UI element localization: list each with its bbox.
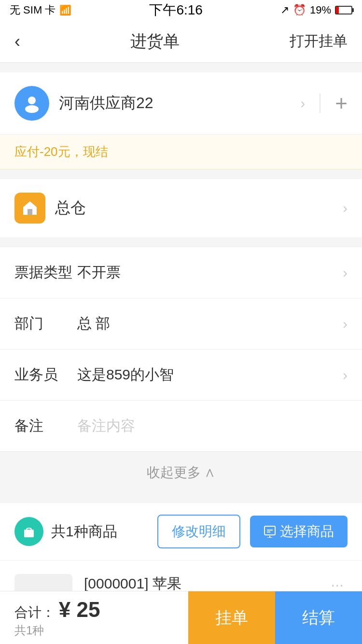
gap-1 xyxy=(0,63,362,72)
svg-rect-3 xyxy=(24,530,34,537)
status-left: 无 SIM 卡 📶 xyxy=(10,3,71,17)
product-count: 共1种商品 xyxy=(51,522,157,542)
remark-row[interactable]: 备注 备注内容 xyxy=(0,400,362,451)
warning-banner: 应付-20元，现结 xyxy=(0,135,362,169)
total-section: 合计： ¥ 25 共1种 xyxy=(0,598,188,638)
total-amount: ¥ 25 xyxy=(59,598,100,621)
warehouse-row[interactable]: 总仓 › xyxy=(0,179,362,237)
remark-input[interactable]: 备注内容 xyxy=(77,416,348,436)
warning-text: 应付-20元，现结 xyxy=(14,144,108,159)
svg-rect-2 xyxy=(28,209,32,215)
warehouse-section: 总仓 › xyxy=(0,179,362,237)
select-product-button[interactable]: 选择商品 xyxy=(250,516,348,547)
alarm-icon: ⏰ xyxy=(293,4,306,16)
house-icon xyxy=(21,199,39,217)
shopping-bag-icon xyxy=(21,524,37,539)
invoice-type-arrow: › xyxy=(343,265,348,281)
warehouse-icon xyxy=(14,193,45,224)
salesman-row[interactable]: 业务员 这是859的小智 › xyxy=(0,349,362,400)
status-right: ↗ ⏰ 19% xyxy=(280,4,352,16)
supplier-name: 河南供应商22 xyxy=(59,93,300,114)
product-header: 共1种商品 修改明细 选择商品 xyxy=(0,503,362,560)
edit-detail-button[interactable]: 修改明细 xyxy=(157,515,240,548)
department-value: 总 部 xyxy=(77,314,343,334)
select-product-icon xyxy=(264,525,276,538)
total-count: 共1种 xyxy=(14,623,174,638)
svg-point-0 xyxy=(28,97,36,104)
add-supplier-button[interactable]: + xyxy=(335,91,348,115)
select-product-label: 选择商品 xyxy=(280,522,334,541)
collapse-button[interactable]: 收起更多 ∧ xyxy=(0,451,362,493)
salesman-value: 这是859的小智 xyxy=(77,365,343,385)
remark-label: 备注 xyxy=(14,416,77,436)
battery-percent: 19% xyxy=(310,4,331,16)
supplier-section: 河南供应商22 › + 应付-20元，现结 xyxy=(0,72,362,169)
invoice-type-value: 不开票 xyxy=(77,263,343,282)
status-bar: 无 SIM 卡 📶 下午6:16 ↗ ⏰ 19% xyxy=(0,0,362,20)
person-icon xyxy=(22,94,42,113)
department-label: 部门 xyxy=(14,314,77,334)
total-label: 合计： xyxy=(14,605,55,620)
battery-icon xyxy=(335,6,352,14)
back-button[interactable]: ‹ xyxy=(14,31,20,52)
department-row[interactable]: 部门 总 部 › xyxy=(0,298,362,349)
wifi-icon: 📶 xyxy=(59,4,71,16)
hang-button[interactable]: 挂单 xyxy=(188,591,275,644)
location-icon: ↗ xyxy=(280,4,289,16)
checkout-button[interactable]: 结算 xyxy=(275,591,362,644)
product-icon-circle xyxy=(14,517,43,546)
salesman-arrow: › xyxy=(343,367,348,383)
status-time: 下午6:16 xyxy=(149,1,203,19)
carrier-text: 无 SIM 卡 xyxy=(10,3,56,17)
gap-4 xyxy=(0,493,362,503)
invoice-type-row[interactable]: 票据类型 不开票 › xyxy=(0,247,362,298)
product-id: [0000001] xyxy=(84,575,148,591)
supplier-arrow-icon: › xyxy=(300,95,305,112)
open-hang-button[interactable]: 打开挂单 xyxy=(290,31,348,51)
supplier-divider xyxy=(320,94,320,113)
warehouse-arrow-icon: › xyxy=(343,200,348,216)
warehouse-name: 总仓 xyxy=(55,197,343,219)
supplier-avatar xyxy=(14,86,49,121)
nav-bar: ‹ 进货单 打开挂单 xyxy=(0,20,362,63)
department-arrow: › xyxy=(343,316,348,332)
invoice-type-label: 票据类型 xyxy=(14,263,77,282)
gap-3 xyxy=(0,237,362,247)
gap-2 xyxy=(0,169,362,179)
bottom-bar: 合计： ¥ 25 共1种 挂单 结算 xyxy=(0,591,362,644)
supplier-row[interactable]: 河南供应商22 › + xyxy=(0,72,362,135)
battery-fill xyxy=(336,7,339,14)
product-title: 苹果 xyxy=(153,575,181,591)
svg-point-1 xyxy=(25,105,39,113)
form-section: 票据类型 不开票 › 部门 总 部 › 业务员 这是859的小智 › 备注 备注… xyxy=(0,247,362,493)
salesman-label: 业务员 xyxy=(14,365,77,385)
page-title: 进货单 xyxy=(130,30,180,53)
